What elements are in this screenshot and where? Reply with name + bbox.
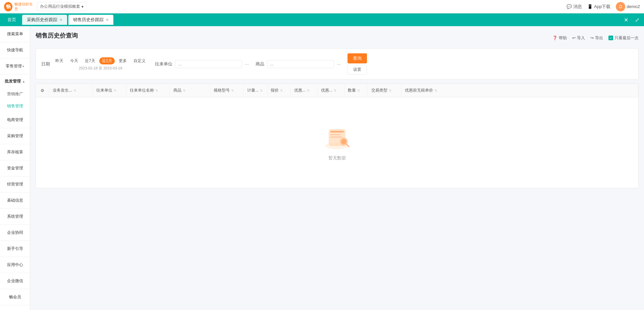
- sidebar-item-quick-nav[interactable]: 快捷导航: [0, 42, 30, 58]
- sidebar-item-system[interactable]: 系统管理: [0, 209, 30, 225]
- th-from-unit-name-label: 往来单位名称: [130, 88, 154, 93]
- sidebar-item-app-center[interactable]: 应用中心: [0, 257, 30, 273]
- page-title: 销售历史价查询: [36, 32, 78, 40]
- search-actions: 查询 设置: [347, 53, 367, 74]
- ecommerce-label: 电商管理: [7, 117, 23, 123]
- sidebar-item-retail[interactable]: 零售管理 ▾: [0, 58, 30, 74]
- date-btn-more[interactable]: 更多: [116, 57, 129, 64]
- only-last-label: 只看最后一次: [614, 35, 639, 41]
- sales-tab-close[interactable]: ✕: [106, 18, 109, 22]
- sidebar-item-sales-mgmt[interactable]: 销售管理: [0, 100, 30, 112]
- date-btn-7days[interactable]: 近7天: [82, 57, 98, 64]
- sidebar: 搜索菜单 快捷导航 零售管理 ▾ 批发管理 ▲ 营销推广 销售管理 电商管理 采…: [0, 26, 30, 310]
- sidebar-item-finance[interactable]: 资金管理: [0, 160, 30, 176]
- app-download-button[interactable]: 📱 App下载: [587, 4, 610, 10]
- message-button[interactable]: 💬 消息: [567, 4, 582, 10]
- empty-text: 暂无数据: [328, 155, 346, 161]
- home-tab-label: 首页: [7, 17, 16, 23]
- sort-icon-qty: ⇅: [357, 89, 360, 92]
- export-label: 导出: [595, 35, 603, 41]
- th-discount-amount-label: 优惠...: [321, 88, 332, 93]
- workspace-selector[interactable]: 办公用品行业模拟账套 ▾: [37, 2, 87, 11]
- from-unit-field: 往来单位 ···: [155, 60, 249, 68]
- sidebar-item-member[interactable]: 畅会员: [0, 289, 30, 305]
- th-qty[interactable]: 数量 ⇅: [344, 85, 368, 96]
- sort-icon-trade-type: ⇅: [389, 89, 391, 92]
- sidebar-item-search-menu[interactable]: 搜索菜单: [0, 26, 30, 42]
- logo-area: 畅 畅捷信好生意: [4, 2, 34, 11]
- sidebar-item-basic-info[interactable]: 基础信息: [0, 193, 30, 209]
- product-input[interactable]: [267, 60, 334, 68]
- product-picker-icon[interactable]: ···: [337, 61, 341, 67]
- sidebar-item-purchase[interactable]: 采购管理: [0, 128, 30, 144]
- maximize-button[interactable]: ⤢: [633, 16, 641, 24]
- th-product[interactable]: 商品 ⇅: [170, 85, 210, 96]
- search-panel: 日期 昨天 今天 近7天 近1月 更多 自定义 2023-02-18 至 202…: [36, 48, 639, 80]
- date-btn-today[interactable]: 今天: [67, 57, 81, 64]
- th-business-date[interactable]: 业务发生... ⇅: [49, 85, 93, 96]
- data-table: ⚙ 业务发生... ⇅ 往来单位 ⇅ 往来单位名称 ⇅ 商品 ⇅: [36, 84, 639, 188]
- sidebar-item-enterprise[interactable]: 企业协同: [0, 225, 30, 241]
- guide-label: 新手引导: [7, 246, 23, 252]
- product-label: 商品: [256, 61, 264, 67]
- th-spec[interactable]: 规格型号 ⇅: [210, 85, 244, 96]
- quick-nav-label: 快捷导航: [7, 47, 23, 53]
- basic-info-label: 基础信息: [7, 198, 23, 203]
- message-label: 消息: [573, 4, 582, 10]
- sidebar-item-operations[interactable]: 经营管理: [0, 176, 30, 193]
- th-from-unit-name[interactable]: 往来单位名称 ⇅: [126, 85, 170, 96]
- help-icon: ❓: [552, 36, 557, 40]
- th-settings[interactable]: ⚙: [36, 86, 49, 96]
- date-field: 日期 昨天 今天 近7天 近1月 更多 自定义 2023-02-18 至 202…: [41, 57, 148, 71]
- export-button[interactable]: ↪ 导出: [590, 35, 603, 41]
- close-window-button[interactable]: ✕: [622, 16, 630, 24]
- date-btn-yesterday[interactable]: 昨天: [53, 57, 66, 64]
- avatar: D: [616, 2, 625, 11]
- sort-icon-spec: ⇅: [231, 89, 234, 92]
- sidebar-item-ecommerce[interactable]: 电商管理: [0, 112, 30, 128]
- from-unit-input[interactable]: [175, 60, 242, 68]
- sidebar-item-guide[interactable]: 新手引导: [0, 241, 30, 257]
- tab-sales[interactable]: 销售历史价跟踪 ✕: [68, 15, 113, 25]
- operations-label: 经营管理: [7, 182, 23, 187]
- sidebar-item-wholesale[interactable]: 批发管理 ▲: [0, 74, 30, 88]
- help-label: 帮助: [559, 35, 567, 41]
- th-pre-tax[interactable]: 优惠前无税单价 ⇅: [401, 85, 638, 96]
- th-trade-type-label: 交易类型: [371, 88, 387, 93]
- marketing-label: 营销推广: [7, 91, 23, 97]
- logo-icon: 畅: [4, 2, 12, 11]
- content-area: 销售历史价查询 ❓ 帮助 ↩ 导入 ↪ 导出 ✓ 只看最后一次: [30, 26, 644, 310]
- query-button[interactable]: 查询: [347, 53, 367, 63]
- date-btn-custom[interactable]: 自定义: [131, 57, 148, 64]
- sort-icon-discount-price: ⇅: [307, 89, 310, 92]
- only-last-checkbox[interactable]: ✓ 只看最后一次: [608, 35, 639, 41]
- user-menu[interactable]: D demo2: [616, 2, 640, 11]
- th-trade-type[interactable]: 交易类型 ⇅: [368, 85, 401, 96]
- date-label: 日期: [41, 61, 50, 67]
- import-button[interactable]: ↩ 导入: [572, 35, 585, 41]
- th-unit[interactable]: 计量... ⇅: [244, 85, 267, 96]
- checkbox-checked-icon: ✓: [608, 36, 613, 40]
- empty-illustration: [322, 124, 352, 151]
- tab-home[interactable]: 首页: [3, 15, 21, 25]
- sort-icon-product: ⇅: [183, 89, 185, 92]
- th-from-unit[interactable]: 往来单位 ⇅: [93, 85, 126, 96]
- sidebar-item-enterprise-wechat[interactable]: 企业微信: [0, 273, 30, 289]
- th-discount-price[interactable]: 优惠... ⇅: [291, 85, 318, 96]
- from-unit-picker-icon[interactable]: ···: [245, 61, 249, 67]
- settings-button[interactable]: 设置: [347, 65, 367, 74]
- date-filter: 昨天 今天 近7天 近1月 更多 自定义 2023-02-18 至 2023-0…: [53, 57, 148, 71]
- sidebar-item-inventory[interactable]: 库存核算: [0, 144, 30, 160]
- help-button[interactable]: ❓ 帮助: [552, 35, 567, 41]
- th-qty-label: 数量: [348, 88, 356, 93]
- top-bar: 畅 畅捷信好生意 办公用品行业模拟账套 ▾ 💬 消息 📱 App下载 D dem…: [0, 0, 644, 13]
- import-label: 导入: [577, 35, 585, 41]
- sidebar-item-marketing[interactable]: 营销推广: [0, 88, 30, 100]
- enterprise-wechat-label: 企业微信: [7, 278, 23, 284]
- th-discount-amount[interactable]: 优惠... ⇅: [318, 85, 344, 96]
- th-price[interactable]: 报价 ⇅: [267, 85, 291, 96]
- date-btn-1month[interactable]: 近1月: [99, 57, 115, 64]
- tab-purchase[interactable]: 采购历史价跟踪 ✕: [22, 15, 67, 25]
- purchase-tab-close[interactable]: ✕: [59, 18, 62, 22]
- settings-col-icon: ⚙: [41, 88, 44, 93]
